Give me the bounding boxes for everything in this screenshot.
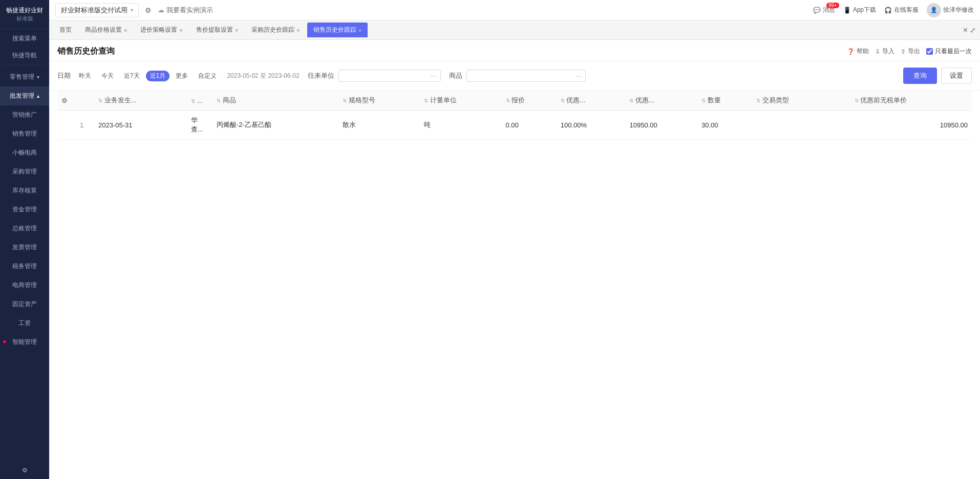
help-btn[interactable]: ❓ 帮助 <box>847 47 869 56</box>
from-unit-input[interactable] <box>343 72 428 79</box>
th-price[interactable]: ⇅ 报价 <box>502 91 557 111</box>
sidebar-item-invoice[interactable]: 发票管理 <box>0 238 49 257</box>
cell-more1: 华查... <box>187 111 212 140</box>
settings-btn[interactable]: 设置 <box>941 68 972 84</box>
sidebar-item-smart[interactable]: 智能管理 <box>0 333 49 352</box>
sidebar-item-retail[interactable]: 零售管理 ▾ <box>0 68 49 86</box>
th-discount1-label: 优惠... <box>566 96 585 104</box>
goods-input-wrapper[interactable]: ··· <box>466 70 586 82</box>
only-last-checkbox[interactable] <box>926 48 933 55</box>
sidebar-item-ledger[interactable]: 总账管理 <box>0 219 49 238</box>
date-btn-more[interactable]: 更多 <box>172 71 192 81</box>
goods-dots-icon[interactable]: ··· <box>576 72 582 80</box>
online-service-btn[interactable]: 🎧 在线客服 <box>884 6 919 14</box>
sidebar-item-finance[interactable]: 资金管理 <box>0 200 49 219</box>
user-profile-btn[interactable]: 👤 徐泽华修改 <box>927 3 974 17</box>
cell-discount2: 10950.00 <box>625 111 697 140</box>
sort-asc-icon: ⇅ <box>191 98 195 104</box>
sidebar-search[interactable]: 搜索菜单 <box>0 29 49 48</box>
topbar-gear-icon[interactable]: ⚙ <box>145 6 152 14</box>
import-btn[interactable]: ⇩ 导入 <box>875 47 894 56</box>
date-btn-today[interactable]: 今天 <box>97 71 118 81</box>
date-btn-yesterday[interactable]: 昨天 <box>75 71 95 81</box>
th-spacer <box>834 91 850 111</box>
tab-sale-price[interactable]: 售价提取设置 × <box>190 23 244 37</box>
goods-input[interactable] <box>471 72 573 79</box>
sidebar-item-label: 电商管理 <box>12 281 37 289</box>
th-more1-label: ... <box>197 97 203 104</box>
th-quantity[interactable]: ⇅ 数量 <box>697 91 752 111</box>
sidebar-item-label: 智能管理 <box>12 338 37 345</box>
cell-num: 1 <box>76 111 94 140</box>
th-more1[interactable]: ⇅ ... <box>187 91 212 111</box>
date-btn-1month[interactable]: 近1月 <box>146 71 170 81</box>
cell-gear <box>57 111 76 140</box>
from-unit-dots-icon[interactable]: ··· <box>430 72 436 80</box>
tab-price-close-icon[interactable]: × <box>124 27 127 33</box>
date-range-display: 2023-05-02 至 2023-06-02 <box>227 72 299 80</box>
date-filter-group: 日期 昨天 今天 近7天 近1月 更多 自定义 2023-05-02 至 202… <box>57 71 300 81</box>
tab-home[interactable]: 首页 <box>53 23 78 37</box>
sidebar-item-label: 工资 <box>18 319 31 326</box>
sidebar-item-label: 库存核算 <box>12 187 37 194</box>
sidebar-item-purchase[interactable]: 采购管理 <box>0 162 49 181</box>
th-discount2[interactable]: ⇅ 优惠... <box>625 91 697 111</box>
sidebar-item-assets[interactable]: 固定资产 <box>0 295 49 314</box>
sidebar-item-sales[interactable]: 销售管理 <box>0 124 49 143</box>
tab-sale-price-close-icon[interactable]: × <box>235 27 238 33</box>
tab-sales-history-close-icon[interactable]: × <box>358 27 361 33</box>
message-icon: 💬 <box>813 7 821 14</box>
app-download-btn[interactable]: 📱 App下载 <box>843 6 876 14</box>
export-btn[interactable]: ⇧ 导出 <box>901 47 920 56</box>
th-discount1[interactable]: ⇅ 优惠... <box>557 91 626 111</box>
tab-price[interactable]: 商品价格设置 × <box>79 23 133 37</box>
sidebar-item-ecommerce[interactable]: 电商管理 <box>0 276 49 295</box>
only-last-checkbox-wrapper[interactable]: 只看最后一次 <box>926 47 972 56</box>
sidebar-item-label: 税务管理 <box>12 263 37 270</box>
from-unit-input-wrapper[interactable]: ··· <box>338 70 441 82</box>
tab-sales-history[interactable]: 销售历史价跟踪 × <box>307 23 368 37</box>
th-spec[interactable]: ⇅ 规格型号 <box>338 91 420 111</box>
tab-purchase-strategy[interactable]: 进价策略设置 × <box>134 23 188 37</box>
th-gear[interactable]: ⚙ <box>57 91 76 111</box>
page-actions: ❓ 帮助 ⇩ 导入 ⇧ 导出 只看最后一次 <box>847 47 972 56</box>
date-btn-custom[interactable]: 自定义 <box>194 71 221 81</box>
filter-bar: 日期 昨天 今天 近7天 近1月 更多 自定义 2023-05-02 至 202… <box>49 61 980 91</box>
user-name: 徐泽华修改 <box>943 6 974 14</box>
sidebar-item-ecommerce-s[interactable]: 小畅电商 <box>0 143 49 162</box>
th-date[interactable]: ⇅ 业务发生... <box>94 91 187 111</box>
tab-purchase-history-label: 采购历史价跟踪 <box>251 26 294 34</box>
expand-window-icon[interactable]: ⤢ <box>970 26 976 34</box>
import-label: 导入 <box>882 47 894 56</box>
sort-asc-icon: ⇅ <box>98 98 102 103</box>
app-download-label: App下载 <box>853 6 876 14</box>
export-icon: ⇧ <box>901 48 906 55</box>
tab-purchase-strategy-close-icon[interactable]: × <box>179 27 182 33</box>
th-pre-tax[interactable]: ⇅ 优惠前无税单价 <box>850 91 972 111</box>
sidebar-item-marketing[interactable]: 营销推广 <box>0 105 49 124</box>
date-btn-7days[interactable]: 近7天 <box>120 71 144 81</box>
sidebar-item-wholesale[interactable]: 批发管理 ▴ <box>0 86 49 105</box>
sort-asc-icon: ⇅ <box>629 98 633 103</box>
th-unit[interactable]: ⇅ 计量单位 <box>420 91 501 111</box>
sidebar-item-inventory[interactable]: 库存核算 <box>0 181 49 200</box>
tab-home-label: 首页 <box>59 26 72 34</box>
sidebar-quick-nav[interactable]: 快捷导航 <box>0 48 49 63</box>
page-title: 销售历史价查询 <box>57 46 115 57</box>
tab-sales-history-label: 销售历史价跟踪 <box>313 26 356 34</box>
demo-btn[interactable]: ☁ 我要看实例演示 <box>158 6 213 15</box>
tab-purchase-history-close-icon[interactable]: × <box>296 27 300 33</box>
th-goods[interactable]: ⇅ 商品 <box>212 91 338 111</box>
sidebar-settings-btn[interactable]: ⚙ <box>0 462 49 479</box>
sidebar-item-label: 发票管理 <box>12 244 37 251</box>
tab-purchase-history[interactable]: 采购历史价跟踪 × <box>245 23 306 37</box>
sidebar-item-tax[interactable]: 税务管理 <box>0 257 49 276</box>
sort-asc-icon: ⇅ <box>855 98 859 103</box>
close-window-icon[interactable]: × <box>963 26 968 35</box>
query-btn[interactable]: 查询 <box>903 68 937 84</box>
messages-btn[interactable]: 💬 消息 99+ <box>813 6 835 14</box>
sort-asc-icon: ⇅ <box>217 98 221 103</box>
th-trade-type[interactable]: ⇅ 交易类型 <box>752 91 834 111</box>
module-selector[interactable]: 好业财标准版交付试用 ▾ <box>55 3 139 17</box>
sidebar-item-salary[interactable]: 工资 <box>0 314 49 333</box>
